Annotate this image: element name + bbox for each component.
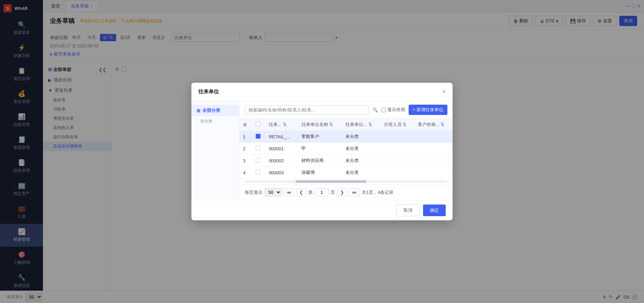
row-3-category: 未分类	[342, 155, 380, 167]
modal-header: 往来单位 ×	[191, 83, 453, 101]
table-row[interactable]: 3 000002 材料供应商 未分类	[240, 155, 453, 167]
modal-content: 🔍 显示停用 + 新增往来单位 ⚙	[240, 101, 453, 200]
sort-manager-icon[interactable]: ⇅	[403, 122, 407, 127]
row-1-name: 零散客户	[298, 131, 342, 143]
total-label: 共1页，4条记录	[362, 189, 393, 196]
row-4-category: 未分类	[342, 167, 380, 179]
show-disabled-label[interactable]: 显示停用	[381, 107, 405, 113]
row-2-price	[414, 143, 453, 155]
modal-overlay: 往来单位 × ⊞ 全部分类 未分类 🔍	[0, 0, 644, 303]
row-4-name: 张啸博	[298, 167, 342, 179]
sort-price-icon[interactable]: ⇅	[441, 122, 444, 127]
last-page-button[interactable]: ⏭	[349, 188, 360, 196]
first-page-button[interactable]: ⏮	[284, 188, 294, 196]
modal-sidebar-all[interactable]: ⊞ 全部分类	[191, 105, 239, 116]
sort-code-icon[interactable]: ⇅	[283, 122, 287, 127]
show-disabled-checkbox[interactable]	[381, 108, 386, 112]
current-page-input[interactable]	[315, 188, 329, 196]
row-1-category: 未分类	[342, 131, 380, 143]
sort-name-icon[interactable]: ⇅	[329, 122, 333, 127]
row-1-num: 1	[240, 131, 252, 143]
table-row[interactable]: 1 RETAIL_... 零散客户 未分类	[240, 131, 453, 143]
row-2-code: 000001	[265, 143, 298, 155]
table-row[interactable]: 4 000003 张啸博 未分类	[240, 167, 453, 179]
modal-scrollbar-thumb	[296, 180, 367, 183]
row-4-manager	[380, 167, 414, 179]
page-label-end: 页	[331, 189, 335, 196]
table-row[interactable]: 2 000001 甲 未分类	[240, 143, 453, 155]
row-2-name: 甲	[298, 143, 342, 155]
modal-table: ⚙ 往来... ⇅ 往来单位名称 ⇅	[240, 119, 453, 179]
col-manager-header: 分管人员 ⇅	[380, 119, 414, 131]
col-checkbox-header[interactable]	[252, 119, 266, 131]
modal-close-button[interactable]: ×	[442, 88, 446, 95]
modal-sidebar: ⊞ 全部分类 未分类	[191, 101, 240, 200]
page-label: 第	[308, 189, 313, 196]
modal-pagination: 每页显示 50 ⏮ ❮ 第 页 ❯ ⏭ 共1页，4条记录	[240, 184, 453, 200]
modal-per-page-select[interactable]: 50	[265, 188, 281, 197]
col-settings-header[interactable]: ⚙	[240, 119, 252, 131]
row-3-manager	[380, 155, 414, 167]
cancel-button[interactable]: 取消	[396, 205, 420, 216]
row-1-checkbox[interactable]	[252, 131, 266, 143]
row-4-price	[414, 167, 453, 179]
row-2-manager	[380, 143, 414, 155]
row-2-num: 2	[240, 143, 252, 155]
modal-title: 往来单位	[198, 89, 219, 95]
partner-modal: 往来单位 × ⊞ 全部分类 未分类 🔍	[191, 83, 453, 220]
col-category-header: 往来单位... ⇅	[342, 119, 380, 131]
row-1-manager	[380, 131, 414, 143]
row-1-code: RETAIL_...	[265, 131, 298, 143]
prev-page-button[interactable]: ❮	[296, 188, 306, 196]
row-checkbox[interactable]	[256, 158, 260, 163]
modal-search-bar: 🔍 显示停用 + 新增往来单位	[240, 101, 453, 119]
row-checkbox[interactable]	[256, 170, 260, 175]
modal-scrollbar[interactable]	[245, 180, 447, 183]
modal-footer: 取消 确定	[191, 200, 453, 220]
row-3-num: 3	[240, 155, 252, 167]
row-3-checkbox[interactable]	[252, 155, 266, 167]
per-page-label: 每页显示	[245, 189, 263, 196]
row-3-code: 000002	[265, 155, 298, 167]
search-icon: 🔍	[373, 107, 378, 113]
row-3-price	[414, 155, 453, 167]
row-2-category: 未分类	[342, 143, 380, 155]
col-name-header: 往来单位名称 ⇅	[298, 119, 342, 131]
row-checkbox[interactable]	[256, 146, 260, 151]
next-page-button[interactable]: ❯	[337, 188, 347, 196]
add-partner-button[interactable]: + 新增往来单位	[409, 105, 447, 115]
row-1-price	[414, 131, 453, 143]
row-3-name: 材料供应商	[298, 155, 342, 167]
modal-select-all[interactable]	[256, 122, 260, 127]
confirm-button[interactable]: 确定	[423, 205, 446, 216]
col-code-header: 往来... ⇅	[265, 119, 298, 131]
row-2-checkbox[interactable]	[252, 143, 266, 155]
row-4-num: 4	[240, 167, 252, 179]
row-4-code: 000003	[265, 167, 298, 179]
modal-sidebar-unclassified[interactable]: 未分类	[191, 116, 239, 126]
row-4-checkbox[interactable]	[252, 167, 266, 179]
sort-category-icon[interactable]: ⇅	[368, 122, 372, 127]
row-checkbox[interactable]	[256, 134, 260, 139]
grid-icon: ⊞	[197, 108, 200, 113]
modal-search-input[interactable]	[245, 105, 369, 115]
col-price-header: 客户价格... ⇅	[414, 119, 453, 131]
modal-body: ⊞ 全部分类 未分类 🔍 显示停用 + 新增往来	[191, 101, 453, 200]
